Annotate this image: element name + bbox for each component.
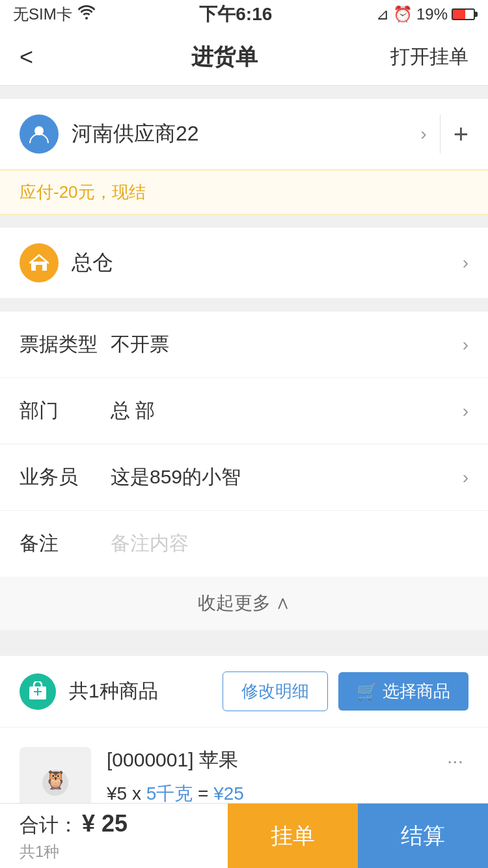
more-options-button[interactable]: ··· <box>442 747 468 774</box>
battery-icon <box>452 8 475 20</box>
page-title: 进货单 <box>191 42 258 72</box>
total-amount: ¥ 25 <box>82 810 128 837</box>
collapse-label: 收起更多 ∧ <box>198 591 291 616</box>
battery-percent: 19% <box>416 5 448 23</box>
notice-bar: 应付-20元，现结 <box>0 170 488 215</box>
dept-label: 部门 <box>20 398 111 424</box>
product-code: [0000001] <box>107 749 193 770</box>
svg-text:🦉: 🦉 <box>44 769 67 791</box>
invoice-type-value: 不开票 <box>111 331 463 358</box>
cart-icon: 🛒 <box>357 681 377 701</box>
bottom-bar: 合计： ¥ 25 共1种 挂单 结算 <box>0 803 488 868</box>
status-bar: 无SIM卡 下午6:16 ⊿ ⏰ 19% <box>0 0 488 29</box>
select-product-button[interactable]: 🛒 选择商品 <box>338 672 468 711</box>
product-info: [0000001] 苹果 ¥5 x 5千克 = ¥25 <box>107 747 442 806</box>
total-area: 合计： ¥ 25 共1种 <box>0 810 228 862</box>
salesman-row[interactable]: 业务员 这是859的小智 › <box>0 444 488 510</box>
supplier-name: 河南供应商22 <box>72 120 420 148</box>
remark-placeholder: 备注内容 <box>111 530 468 557</box>
warehouse-row[interactable]: 总仓 › <box>0 228 488 298</box>
section-divider-1 <box>0 86 488 99</box>
supplier-chevron-icon: › <box>420 124 426 144</box>
invoice-type-label: 票据类型 <box>20 331 111 358</box>
total-count: 共1种 <box>20 841 208 862</box>
total-label: 合计： <box>20 812 78 839</box>
svg-rect-2 <box>36 265 42 271</box>
checkout-button[interactable]: 结算 <box>358 804 488 869</box>
salesman-value: 这是859的小智 <box>111 464 463 491</box>
status-time: 下午6:16 <box>199 2 272 27</box>
status-right: ⊿ ⏰ 19% <box>376 5 475 23</box>
equals-sign: = <box>198 783 213 804</box>
remark-row[interactable]: 备注 备注内容 <box>0 510 488 576</box>
qty-value: 5千克 <box>146 783 193 804</box>
salesman-label: 业务员 <box>20 464 111 491</box>
supplier-avatar <box>20 115 59 154</box>
hang-button[interactable]: 挂单 <box>228 804 358 869</box>
invoice-chevron-icon: › <box>463 334 468 355</box>
add-button[interactable]: + <box>454 120 468 149</box>
edit-detail-button[interactable]: 修改明细 <box>223 671 328 711</box>
select-product-label: 选择商品 <box>383 680 450 703</box>
product-name: [0000001] 苹果 <box>107 747 442 774</box>
product-header: 共1种商品 修改明细 🛒 选择商品 <box>0 656 488 727</box>
open-hang-button[interactable]: 打开挂单 <box>390 44 468 70</box>
dept-chevron-icon: › <box>463 401 468 422</box>
section-divider-2 <box>0 215 488 228</box>
status-left: 无SIM卡 <box>13 4 96 25</box>
price-separator: x <box>132 783 146 804</box>
invoice-type-row[interactable]: 票据类型 不开票 › <box>0 311 488 377</box>
dept-row[interactable]: 部门 总 部 › <box>0 377 488 444</box>
warehouse-icon <box>20 243 59 282</box>
warehouse-card: 总仓 › <box>0 228 488 298</box>
product-count: 共1种商品 <box>69 678 223 705</box>
supplier-row[interactable]: 河南供应商22 › + <box>0 99 488 170</box>
remark-label: 备注 <box>20 530 111 557</box>
carrier-text: 无SIM卡 <box>13 4 72 25</box>
divider-vertical <box>440 115 441 154</box>
supplier-card: 河南供应商22 › + 应付-20元，现结 <box>0 99 488 215</box>
product-icon <box>20 673 56 710</box>
collapse-row[interactable]: 收起更多 ∧ <box>0 576 488 630</box>
nav-bar: < 进货单 打开挂单 <box>0 29 488 86</box>
back-button[interactable]: < <box>20 44 59 71</box>
section-divider-4 <box>0 630 488 643</box>
form-card: 票据类型 不开票 › 部门 总 部 › 业务员 这是859的小智 › 备注 备注… <box>0 311 488 576</box>
section-divider-3 <box>0 298 488 311</box>
alarm-icon: ⏰ <box>393 5 413 23</box>
total-value: ¥25 <box>213 783 244 804</box>
wifi-icon <box>77 5 96 23</box>
warehouse-chevron-icon: › <box>463 252 468 273</box>
price-value: ¥5 <box>107 783 127 804</box>
product-name-text: 苹果 <box>199 749 238 770</box>
salesman-chevron-icon: › <box>463 467 468 488</box>
warehouse-name: 总仓 <box>72 249 463 277</box>
location-icon: ⊿ <box>376 5 389 23</box>
dept-value: 总 部 <box>111 398 463 424</box>
